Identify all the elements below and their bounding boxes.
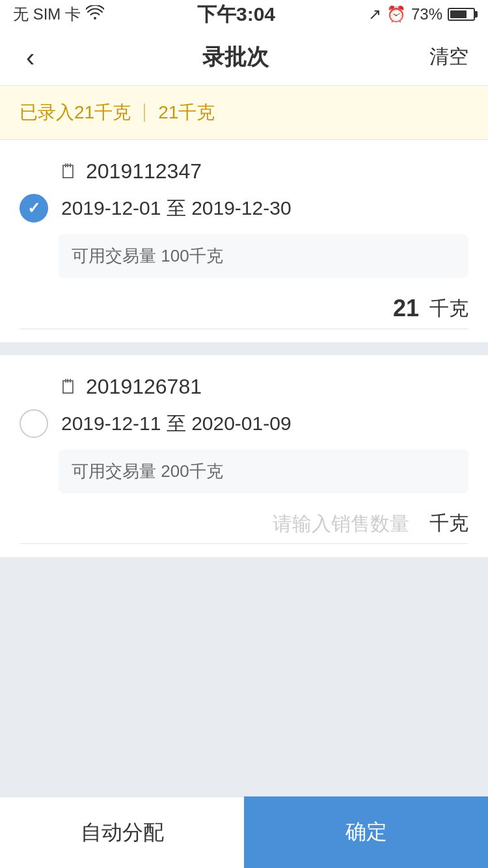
batch1-date-row[interactable]: 2019-12-01 至 2019-12-30 bbox=[20, 194, 468, 223]
summary-total: 21千克 bbox=[158, 100, 215, 125]
wifi-icon bbox=[86, 5, 104, 23]
batch2-quantity-input[interactable] bbox=[20, 513, 419, 535]
empty-area bbox=[0, 557, 488, 830]
batch2-radio[interactable] bbox=[20, 409, 48, 438]
status-left: 无 SIM 卡 bbox=[13, 4, 104, 25]
battery-icon bbox=[448, 8, 475, 21]
batch-card-1: 🗒 2019112347 2019-12-01 至 2019-12-30 可用交… bbox=[0, 140, 488, 342]
batch1-amount-value: 21 bbox=[393, 295, 419, 322]
auto-distribute-button[interactable]: 自动分配 bbox=[0, 796, 244, 868]
batch-card-2: 🗒 2019126781 2019-12-11 至 2020-01-09 可用交… bbox=[0, 355, 488, 557]
batch1-available: 可用交易量 100千克 bbox=[59, 234, 468, 278]
batch2-icon: 🗒 bbox=[59, 376, 78, 398]
batch1-radio[interactable] bbox=[20, 194, 48, 223]
nav-bar: ‹ 录批次 清空 bbox=[0, 29, 488, 86]
summary-bar: 已录入21千克 21千克 bbox=[0, 86, 488, 140]
summary-recorded: 已录入21千克 bbox=[20, 100, 131, 125]
batch2-date: 2019-12-11 至 2020-01-09 bbox=[61, 411, 291, 437]
alarm-icon: ⏰ bbox=[386, 5, 406, 23]
location-icon: ↗ bbox=[368, 5, 381, 23]
batch1-date: 2019-12-01 至 2019-12-30 bbox=[61, 195, 291, 222]
batch1-amount-row: 21 千克 bbox=[20, 284, 468, 329]
batch2-header: 🗒 2019126781 bbox=[20, 375, 468, 399]
batch1-unit: 千克 bbox=[429, 295, 468, 322]
card-separator-1 bbox=[0, 342, 488, 355]
page-title: 录批次 bbox=[202, 42, 269, 72]
battery-percent: 73% bbox=[411, 5, 442, 23]
batch1-header: 🗒 2019112347 bbox=[20, 159, 468, 183]
batch2-id: 2019126781 bbox=[86, 375, 202, 399]
batch2-available: 可用交易量 200千克 bbox=[59, 450, 468, 493]
status-time: 下午3:04 bbox=[197, 1, 275, 28]
batch1-id: 2019112347 bbox=[86, 159, 202, 183]
sim-label: 无 SIM 卡 bbox=[13, 4, 81, 25]
status-right: ↗ ⏰ 73% bbox=[368, 5, 475, 23]
batch2-date-row[interactable]: 2019-12-11 至 2020-01-09 bbox=[20, 409, 468, 438]
batch1-icon: 🗒 bbox=[59, 161, 78, 183]
batch2-unit: 千克 bbox=[429, 510, 468, 537]
confirm-button[interactable]: 确定 bbox=[244, 796, 488, 868]
back-button[interactable]: ‹ bbox=[20, 38, 41, 77]
clear-button[interactable]: 清空 bbox=[429, 44, 468, 70]
bottom-bar: 自动分配 确定 bbox=[0, 796, 488, 868]
batch2-input-row[interactable]: 千克 bbox=[20, 500, 468, 544]
summary-divider bbox=[144, 103, 145, 122]
status-bar: 无 SIM 卡 下午3:04 ↗ ⏰ 73% bbox=[0, 0, 488, 29]
